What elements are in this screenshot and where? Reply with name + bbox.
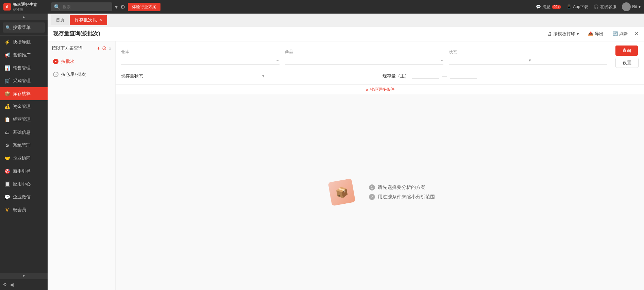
online-service-label: 在线客服: [600, 4, 616, 10]
filter-right: 仓库 ··· 商品 ···: [116, 41, 644, 290]
operations-icon: 📋: [4, 116, 10, 123]
empty-tips: 1 请先选择要分析的方案 2 用过滤条件来缩小分析范围: [369, 184, 435, 200]
sidebar-nav: ⚡ 快捷导航 📢 营销推广 📊 销售管理 🛒 采购管理 📦 库存核算 💰: [0, 36, 48, 273]
sidebar-bottom: ⚙ ◀: [0, 279, 48, 290]
sidebar: ▲ 🔍 搜索菜单 ⚡ 快捷导航 📢 营销推广 📊 销售管理 🛒: [0, 14, 48, 290]
sidebar-item-quick-nav[interactable]: ⚡ 快捷导航: [0, 36, 48, 49]
tab-inventory-batch[interactable]: 库存批次账 ✕: [70, 15, 107, 25]
filter-plan-batch[interactable]: ● 按批次: [48, 55, 115, 68]
filter-collapse-button[interactable]: «: [108, 45, 111, 51]
sidebar-item-marketing[interactable]: 📢 营销推广: [0, 49, 48, 61]
avatar: [622, 2, 631, 11]
plan-icon-batch: ●: [53, 59, 58, 64]
export-icon: 📤: [588, 31, 593, 36]
stock-qty-max-input[interactable]: [450, 73, 477, 79]
sidebar-item-label: 畅会员: [13, 207, 26, 213]
user-name: Rit: [632, 4, 637, 9]
query-button[interactable]: 查询: [615, 46, 638, 56]
system-icon: ⚙: [4, 142, 10, 148]
sidebar-item-operations[interactable]: 📋 经营管理: [0, 113, 48, 126]
warehouse-dots[interactable]: ···: [275, 57, 279, 63]
app-logo: 6 畅康通好生意 标准版: [3, 2, 51, 12]
settings-button[interactable]: 设置: [615, 58, 639, 68]
filter-plan-warehouse-batch[interactable]: ○ 按仓库+批次: [48, 68, 115, 81]
sidebar-item-newbie[interactable]: 🎯 新手引导: [0, 165, 48, 178]
stock-status-select[interactable]: ▾: [146, 72, 377, 80]
filter-settings-button[interactable]: ⊙: [102, 45, 106, 51]
sidebar-item-label: 经营管理: [13, 116, 31, 123]
logo-icon: 6: [3, 3, 11, 11]
user-avatar[interactable]: Rit ▾: [622, 2, 641, 11]
vip-icon: V: [4, 207, 10, 213]
sidebar-item-label: 资金管理: [13, 104, 31, 110]
print-button[interactable]: 🖨 按模板打印 ▾: [545, 30, 582, 38]
sidebar-item-system[interactable]: ⚙ 系统管理: [0, 139, 48, 152]
basic-icon: 🗂: [4, 129, 10, 135]
sidebar-item-basic[interactable]: 🗂 基础信息: [0, 126, 48, 139]
tip-2-num: 2: [369, 194, 375, 200]
empty-state: 📦 1 请先选择要分析的方案 2 用过滤条件来缩小分析范围: [116, 94, 644, 290]
export-button[interactable]: 📤 导出: [585, 30, 606, 38]
export-label: 导出: [595, 31, 604, 37]
sidebar-item-label: 快捷导航: [13, 39, 31, 45]
stock-qty-min-input[interactable]: [412, 73, 439, 79]
stock-qty-divider: —: [442, 73, 447, 79]
settings-icon[interactable]: ⚙: [120, 4, 125, 10]
sidebar-collapse-button[interactable]: ◀: [10, 282, 14, 287]
stock-qty-label: 现存量（主）: [383, 73, 409, 79]
plan-icon-warehouse-batch: ○: [53, 72, 58, 77]
online-service-button[interactable]: 🎧 在线客服: [594, 4, 616, 10]
status-select[interactable]: ▾: [449, 56, 607, 65]
tab-close-icon[interactable]: ✕: [99, 18, 102, 22]
topbar-right: 💬 消息 99+ 📱 App下载 🎧 在线客服 Rit ▾: [536, 2, 641, 11]
sidebar-item-vip[interactable]: V 畅会员: [0, 203, 48, 216]
tip-2-text: 用过滤条件来缩小分析范围: [378, 194, 435, 200]
sidebar-item-label: 企业协同: [13, 155, 31, 161]
dropdown-arrow[interactable]: ▾: [115, 4, 118, 10]
sidebar-item-enterprise[interactable]: 🤝 企业协同: [0, 152, 48, 165]
filter-conditions: 仓库 ··· 商品 ···: [116, 41, 644, 85]
collapse-conditions-button[interactable]: ∧ 收起更多条件: [116, 85, 644, 94]
filter-add-button[interactable]: +: [97, 45, 100, 51]
page-header-actions: 🖨 按模板打印 ▾ 📤 导出 🔄 刷新 ✕: [545, 30, 639, 38]
topbar-center: 🔍 ▾ ⚙ 体验行业方案: [51, 2, 536, 11]
stock-status-label: 现存量状态: [121, 73, 143, 79]
sidebar-item-apps[interactable]: 🔲 应用中心: [0, 178, 48, 191]
sidebar-item-sales[interactable]: 📊 销售管理: [0, 61, 48, 74]
sidebar-search-label: 搜索菜单: [13, 24, 31, 31]
warehouse-input[interactable]: [121, 58, 274, 63]
sidebar-item-wechat[interactable]: 💬 企业微信: [0, 191, 48, 203]
sidebar-item-finance[interactable]: 💰 资金管理: [0, 100, 48, 113]
app-download-button[interactable]: 📱 App下载: [566, 4, 588, 10]
sidebar-scroll-up[interactable]: ▲: [0, 14, 48, 20]
filter-plan-batch-label: 按批次: [61, 58, 74, 65]
search-icon: 🔍: [5, 25, 11, 30]
goods-dots[interactable]: ···: [439, 57, 443, 63]
sidebar-scroll-down[interactable]: ▼: [0, 273, 48, 279]
search-input[interactable]: [63, 4, 109, 9]
sidebar-item-inventory[interactable]: 📦 库存核算: [0, 87, 48, 100]
sidebar-settings-button[interactable]: ⚙: [3, 282, 7, 287]
messages-button[interactable]: 💬 消息 99+: [536, 4, 561, 10]
refresh-button[interactable]: 🔄 刷新: [610, 30, 631, 38]
empty-state-content: 📦 1 请先选择要分析的方案 2 用过滤条件来缩小分析范围: [325, 175, 435, 209]
warehouse-input-wrap[interactable]: ···: [121, 56, 279, 65]
topbar-search-bar[interactable]: 🔍: [51, 2, 112, 11]
enterprise-icon: 🤝: [4, 155, 10, 161]
sidebar-item-label: 销售管理: [13, 65, 31, 71]
goods-input-wrap[interactable]: ···: [285, 56, 443, 65]
tab-home[interactable]: 首页: [51, 15, 69, 25]
stock-status-chevron-icon: ▾: [262, 73, 377, 78]
goods-input[interactable]: [285, 58, 438, 63]
filter-plan-warehouse-batch-label: 按仓库+批次: [61, 71, 86, 77]
sidebar-search-button[interactable]: 🔍 搜索菜单: [3, 22, 45, 33]
tab-home-label: 首页: [56, 17, 65, 23]
status-chevron-icon: ▾: [529, 58, 607, 63]
print-label: 按模板打印: [553, 31, 575, 37]
page-main: 现存量查询(按批次) 🖨 按模板打印 ▾ 📤 导出 🔄 刷新: [48, 26, 644, 290]
experience-button[interactable]: 体验行业方案: [128, 3, 160, 11]
content-area: 首页 库存批次账 ✕ 现存量查询(按批次) 🖨 按模板打印 ▾ �: [48, 14, 644, 290]
wechat-icon: 💬: [4, 194, 10, 200]
sidebar-item-purchase[interactable]: 🛒 采购管理: [0, 74, 48, 87]
close-page-button[interactable]: ✕: [634, 31, 639, 37]
